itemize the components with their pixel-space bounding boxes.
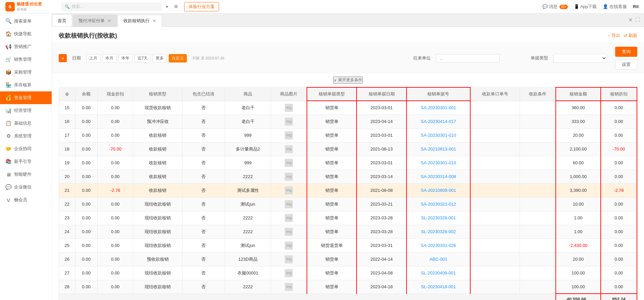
maximize-icon[interactable]: ⛶ (635, 17, 640, 23)
row-collect-condition (520, 225, 556, 239)
row-bill-type: 销货单 (307, 115, 357, 128)
online-service[interactable]: 👤 在线客服 (603, 4, 627, 10)
row-collect-condition (520, 280, 556, 294)
close-icon[interactable]: ✕ (628, 17, 633, 23)
row-balance: 0.00 (75, 280, 97, 294)
row-bill-date: 2023-03-01 (357, 101, 406, 115)
row-bill-type: 销货退货单 (307, 239, 357, 252)
row-writeoff-type: 预收款核销 (133, 252, 182, 266)
col-collect-order-no: 收款单订单号 (470, 87, 520, 101)
sidebar-item-quick-nav[interactable]: 🏠 快捷导航 (0, 28, 52, 40)
row-writeoff-amount: 100.00 (556, 280, 601, 294)
row-balance: 0.00 (75, 142, 97, 156)
sidebar-item-inventory[interactable]: 🏪 库存核算 (0, 79, 52, 91)
row-included-settled: 否 (182, 156, 225, 170)
purchase-icon: 📦 (5, 69, 11, 75)
export-icon: ↑ (608, 33, 610, 38)
sidebar-item-finance[interactable]: 💰 资金管理 (0, 91, 52, 104)
row-bill-type: 销货单 (307, 128, 357, 142)
row-bill-no: SA-20230321-012 (407, 197, 471, 211)
expand-conditions-btn[interactable]: ∨ 展开更多条件 (333, 77, 363, 84)
row-product: 999 (225, 128, 271, 142)
refresh-btn[interactable]: ↺ 刷新 (624, 33, 637, 39)
sidebar-item-label: 营销推广 (14, 44, 32, 50)
tab-home[interactable]: 首页 (52, 14, 72, 27)
setting-btn[interactable]: 设置 (615, 59, 637, 70)
col-product: 商品 (225, 87, 271, 101)
sidebar-item-wechat[interactable]: 💬 企业微信 (0, 181, 52, 194)
row-collect-condition (520, 156, 556, 170)
sidebar-item-enterprise[interactable]: 🤝 企业协同 (0, 142, 52, 155)
table-row: 28 0.00 0.00 现结收款核销 否 2222 img 销货单 2023-… (59, 280, 637, 294)
row-bill-no: SA-20230331-026 (407, 239, 471, 252)
row-bill-type: 销货单 (307, 225, 357, 239)
row-included-settled: 否 (182, 128, 225, 142)
sidebar-item-sales[interactable]: 🛒 销售管理 (0, 53, 52, 66)
sidebar-item-label: 畅会员 (14, 197, 27, 203)
filter-date-last-month[interactable]: 上月 (86, 54, 100, 62)
filter-date-this-month[interactable]: 本月 (102, 54, 116, 62)
col-gear[interactable]: ⚙ (59, 87, 75, 101)
top-search-bar[interactable]: 🔍 搜索... (61, 2, 162, 11)
notifications[interactable]: 💬 消息 99+ (542, 4, 568, 10)
sidebar-item-label: 资金管理 (14, 95, 32, 101)
app-download[interactable]: 📱 App下载 (574, 4, 597, 10)
row-id: 23 (59, 211, 75, 225)
row-writeoff-discount: -2.76 (601, 183, 637, 197)
row-cash-discount: 0.00 (97, 101, 133, 115)
bill-type-select[interactable] (553, 54, 607, 63)
row-included-settled: 否 (182, 211, 225, 225)
filter-date-7days[interactable]: 近7天 (135, 54, 151, 62)
sidebar-item-marketing[interactable]: 📢 营销推广 (0, 40, 52, 53)
tab-close-collection[interactable]: ✕ (152, 18, 156, 24)
marketing-icon: 📢 (5, 44, 11, 50)
row-writeoff-amount: 20.00 (556, 128, 601, 142)
finance-icon: 💰 (5, 95, 11, 101)
tab-prepay[interactable]: 预付冲应付单 ✕ (73, 14, 117, 27)
bill-type-label: 单据类型 (531, 55, 548, 61)
row-writeoff-amount: 100.00 (556, 266, 601, 280)
sidebar-item-member[interactable]: V 畅会员 (0, 194, 52, 206)
sidebar-item-label: 企业微信 (14, 184, 32, 190)
filter-toggle-btn[interactable]: » (59, 54, 67, 62)
tab-collection[interactable]: 收款核销执行 ✕ (118, 15, 162, 27)
sidebar-item-purchase[interactable]: 📦 采购管理 (0, 66, 52, 79)
row-product: 2222 (225, 225, 271, 239)
industry-btn[interactable]: 体验行业方案 (184, 2, 219, 11)
row-writeoff-discount: 0.00 (601, 211, 637, 225)
from-unit-input[interactable] (436, 54, 500, 62)
settings-icon[interactable]: ⚙ (172, 3, 180, 11)
tab-bar: 首页 预付冲应付单 ✕ 收款核销执行 ✕ ✕ ⛶ (52, 13, 644, 27)
row-writeoff-type: 现结收款核销 (133, 266, 182, 280)
sidebar-item-system[interactable]: ⚙ 系统管理 (0, 130, 52, 142)
filter-date-more[interactable]: 更多 (153, 54, 167, 62)
row-included-settled: 否 (182, 101, 225, 115)
row-id: 16 (59, 115, 75, 128)
sidebar-item-label: 销售管理 (14, 56, 32, 62)
sidebar-item-label: 快捷导航 (14, 31, 32, 37)
row-writeoff-discount: 0.00 (601, 266, 637, 280)
sidebar-item-search-menu[interactable]: 🔍 搜索菜单 (0, 15, 52, 28)
row-product: 999 (225, 156, 271, 170)
query-btn[interactable]: 查询 (615, 47, 637, 57)
table-wrapper: ⚙ 余额 现金折扣 核销类型 包含已结清 商品 商品图片 核销单据类型 核销单据… (52, 87, 644, 300)
row-bill-type: 销货单 (307, 142, 357, 156)
tab-close-prepay[interactable]: ✕ (107, 18, 111, 24)
filter-date-this-year[interactable]: 本年 (118, 54, 132, 62)
wechat-icon: 💬 (5, 184, 11, 190)
filter-date-custom[interactable]: 自定义 (169, 54, 187, 62)
sidebar-item-hardware[interactable]: 🖥 智能硬件 (0, 168, 52, 181)
sidebar-item-guide[interactable]: 📚 新手引导 (0, 155, 52, 168)
total-writeoff-amount: 40,556,66... (556, 294, 601, 300)
export-btn[interactable]: ↑ 导出 (608, 33, 621, 39)
row-product: 老白干 (225, 115, 271, 128)
dropdown-arrow[interactable]: ▾ (166, 4, 168, 9)
row-bill-no: SL-20230328-001 (407, 211, 471, 225)
sidebar-item-operation[interactable]: 📊 经营管理 (0, 104, 52, 117)
user-label[interactable]: Rit (633, 4, 639, 9)
row-collect-order-no (470, 183, 520, 197)
table-row: 25 0.00 0.00 现结收款核销 否 测试jun img 销货退货单 20… (59, 239, 637, 252)
sidebar-item-basic-info[interactable]: 📋 基础信息 (0, 117, 52, 130)
row-collect-order-no (470, 280, 520, 294)
row-balance: 0.00 (75, 266, 97, 280)
